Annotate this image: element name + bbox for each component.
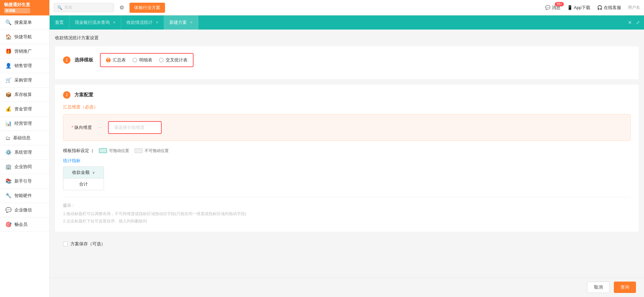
radio-cross-label: 交叉统计表 xyxy=(166,57,187,63)
dimension-area: * 纵向维度 → 请选择分组维度 xyxy=(63,114,631,141)
sidebar-item-member[interactable]: 🎯 畅会员 xyxy=(0,217,49,232)
save-area: 方案保存（可选） xyxy=(55,237,639,251)
tab-new-plan-label: 新建方案 xyxy=(169,19,187,26)
dimension-select[interactable]: 请选择分组维度 xyxy=(108,121,162,134)
topbar-search-icon: 🔍 xyxy=(57,5,62,10)
message-button[interactable]: 💬 消息 99+ xyxy=(545,5,560,11)
tips-line2: 2.点击标题栏下拉可设置排序、插入列和删除列 xyxy=(63,218,631,225)
metrics-header-text: 收款金额 xyxy=(72,169,90,176)
message-badge: 99+ xyxy=(555,2,564,6)
metrics-section: 模板指标设定（ 可拖动位置 不可拖动位置 xyxy=(63,148,631,190)
sidebar-item-wechat[interactable]: 💬 企业微信 xyxy=(0,203,49,217)
sidebar-item-system[interactable]: ⚙️ 系统管理 xyxy=(0,145,49,160)
dimension-title-text: 汇总维度（必选） xyxy=(63,104,98,109)
radio-detail[interactable]: 明细表 xyxy=(132,57,152,63)
required-star: * xyxy=(71,125,73,130)
message-icon: 💬 xyxy=(545,5,550,10)
trial-button[interactable]: 体验行业方案 xyxy=(129,3,165,13)
service-icon: 🎧 xyxy=(597,5,602,10)
sidebar-item-sales[interactable]: 👤 销售管理 xyxy=(0,59,49,73)
service-label: 在线客服 xyxy=(604,5,621,11)
sidebar-item-search-menu[interactable]: 🔍 搜索菜单 xyxy=(0,15,49,30)
box-icon: 📦 xyxy=(5,92,12,98)
sidebar-item-operations[interactable]: 📊 经营管理 xyxy=(0,116,49,131)
tab-new-plan[interactable]: 新建方案 × xyxy=(164,15,198,30)
step2-card: 2 方案配置 汇总维度（必选） * 纵向维度 → xyxy=(55,85,639,232)
expand-icon[interactable]: ⤢ xyxy=(636,20,640,25)
tips-line1: 1.拖动标题栏可以调整布局，不可跨维度或指标区域拖动目字段(只能在同一维度或指标… xyxy=(63,210,631,218)
sidebar-item-label: 新手引导 xyxy=(14,178,32,184)
sidebar-item-label: 销售管理 xyxy=(14,63,32,69)
money-icon: 💰 xyxy=(5,106,12,112)
sidebar-item-label: 营销推广 xyxy=(14,48,32,54)
cancel-button[interactable]: 取消 xyxy=(587,282,610,293)
radio-detail-circle xyxy=(132,58,137,62)
template-selector: 汇总表 明细表 交叉统计表 xyxy=(100,53,194,67)
save-checkbox[interactable] xyxy=(63,242,68,246)
draggable-label: 可拖动位置 xyxy=(109,148,129,154)
tab-home-label: 首页 xyxy=(55,19,64,26)
tab-cash-flow[interactable]: 现金银行流水查询 × xyxy=(69,15,121,30)
metrics-legend: 可拖动位置 不可拖动位置 xyxy=(99,148,169,154)
tab-new-plan-close[interactable]: × xyxy=(190,20,193,25)
page-title: 收款情况统计方案设置 xyxy=(55,35,639,41)
sidebar-logo: 畅捷通好生意 标准版 xyxy=(0,0,49,15)
legend-draggable: 可拖动位置 xyxy=(99,148,129,154)
step2-title: 方案配置 xyxy=(74,92,93,98)
sidebar-item-label: 快捷导航 xyxy=(14,34,32,40)
step2-row: 2 方案配置 xyxy=(63,91,631,99)
topbar-right: 💬 消息 99+ 📱 App下载 🎧 在线客服 用户名 xyxy=(545,5,640,11)
topbar-search[interactable]: 🔍 搜索 xyxy=(54,3,114,12)
radio-summary-circle xyxy=(106,58,111,62)
footer: 取消 查询 xyxy=(50,277,644,297)
tab-home[interactable]: 首页 xyxy=(50,15,69,30)
app-icon: 📱 xyxy=(567,5,573,10)
tips-title: 提示： xyxy=(63,203,631,208)
sidebar-item-marketing[interactable]: 🎁 营销推广 xyxy=(0,44,49,59)
radio-summary[interactable]: 汇总表 xyxy=(106,57,126,63)
home-icon: 🏠 xyxy=(5,34,12,40)
sidebar-item-inventory[interactable]: 📦 库存核算 xyxy=(0,88,49,102)
main-area: 🔍 搜索 ⚙ 体验行业方案 💬 消息 99+ 📱 App下载 🎧 在线客服 用户… xyxy=(50,0,644,297)
sidebar-item-label: 经营管理 xyxy=(14,120,32,127)
metrics-cell-body: 合计 xyxy=(63,179,104,190)
tips-section: 提示： 1.拖动标题栏可以调整布局，不可跨维度或指标区域拖动目字段(只能在同一维… xyxy=(63,197,631,225)
step2-badge: 2 xyxy=(63,91,70,99)
sidebar-item-smart-hw[interactable]: 🔧 智能硬件 xyxy=(0,189,49,203)
step1-card: 1 选择模板 汇总表 明细表 交叉统计表 xyxy=(55,46,639,79)
cart-icon: 🛒 xyxy=(5,77,12,83)
close-tab-icon[interactable]: ✕ xyxy=(628,20,632,25)
app-download-button[interactable]: 📱 App下载 xyxy=(567,5,590,11)
dimension-row: * 纵向维度 → 请选择分组维度 xyxy=(71,121,622,134)
metrics-setting-label: 模板指标设定（ xyxy=(63,148,94,154)
sidebar-item-enterprise[interactable]: 🏢 企业协同 xyxy=(0,160,49,174)
metrics-table: 收款金额 ∨ 合计 xyxy=(63,166,104,190)
query-button[interactable]: 查询 xyxy=(614,282,636,293)
tab-cash-flow-close[interactable]: × xyxy=(113,20,115,25)
tab-receipt-stats[interactable]: 收款情况统计 × xyxy=(121,15,164,30)
service-button[interactable]: 🎧 在线客服 xyxy=(597,5,621,11)
non-draggable-label: 不可拖动位置 xyxy=(145,148,169,154)
user-icon: 👤 xyxy=(5,63,12,69)
tab-receipt-stats-close[interactable]: × xyxy=(156,20,158,25)
sidebar-item-basic-info[interactable]: 🗂 基础信息 xyxy=(0,131,49,145)
sidebar-item-purchase[interactable]: 🛒 采购管理 xyxy=(0,73,49,88)
radio-cross[interactable]: 交叉统计表 xyxy=(159,57,187,63)
sidebar-item-guide[interactable]: 📚 新手引导 xyxy=(0,174,49,189)
save-option: 方案保存（可选） xyxy=(63,241,631,247)
radio-summary-label: 汇总表 xyxy=(113,57,126,63)
gear-icon: ⚙️ xyxy=(5,149,12,155)
search-menu-icon: 🔍 xyxy=(5,19,12,26)
topbar: 🔍 搜索 ⚙ 体验行业方案 💬 消息 99+ 📱 App下载 🎧 在线客服 用户… xyxy=(50,0,644,15)
radio-detail-label: 明细表 xyxy=(139,57,152,63)
sidebar-item-quick-nav[interactable]: 🏠 快捷导航 xyxy=(0,30,49,44)
draggable-color-box xyxy=(99,148,107,153)
step1-row: 1 选择模板 汇总表 明细表 交叉统计表 xyxy=(63,53,631,67)
metrics-cell-header[interactable]: 收款金额 ∨ xyxy=(63,167,104,179)
hardware-icon: 🔧 xyxy=(5,193,12,199)
metrics-dropdown-arrow[interactable]: ∨ xyxy=(92,170,95,175)
building-icon: 🏢 xyxy=(5,164,12,170)
sidebar-item-finance[interactable]: 💰 资金管理 xyxy=(0,102,49,116)
sidebar-item-label: 企业协同 xyxy=(14,164,32,170)
settings-icon[interactable]: ⚙ xyxy=(119,4,124,11)
